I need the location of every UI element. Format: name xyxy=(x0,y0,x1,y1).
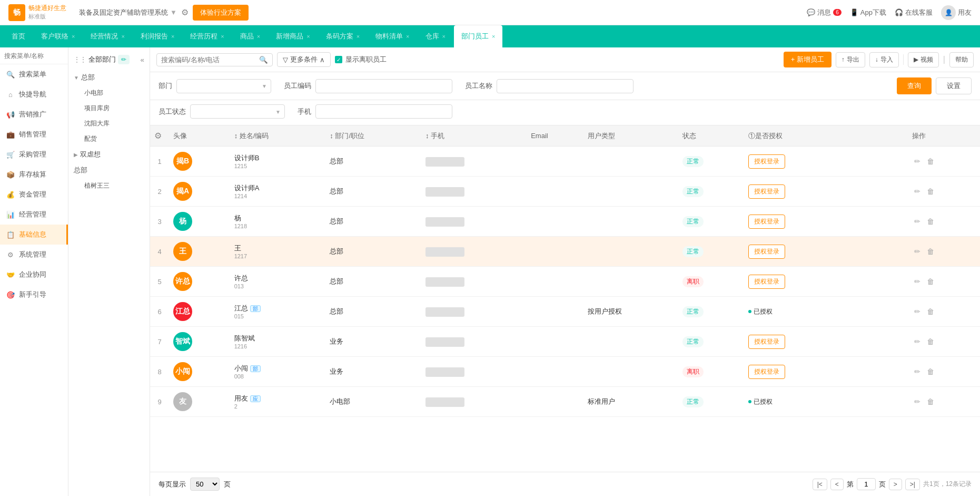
sidebar-item-搜索菜单[interactable]: 🔍搜索菜单 xyxy=(0,64,68,84)
search-input[interactable] xyxy=(161,56,256,64)
delete-btn[interactable]: 🗑 xyxy=(925,336,936,347)
col-settings[interactable]: ⚙ xyxy=(150,125,169,147)
dept-item-植树王三[interactable]: 植树王三 xyxy=(79,178,150,193)
delete-btn[interactable]: 🗑 xyxy=(925,366,936,377)
export-button[interactable]: ↑ 导出 xyxy=(836,52,865,67)
filter-phone-input[interactable] xyxy=(315,104,452,119)
close-tab-部门员工[interactable]: × xyxy=(492,33,495,40)
message-btn[interactable]: 💬 消息 6 xyxy=(807,8,842,17)
sidebar-search-wrap[interactable]: 🔍 xyxy=(0,47,68,64)
delete-btn[interactable]: 🗑 xyxy=(925,306,936,317)
close-tab-利润报告[interactable]: × xyxy=(171,33,174,40)
nav-tab-物料清单[interactable]: 物料清单× xyxy=(368,25,417,47)
auth-btn[interactable]: 授权登录 xyxy=(748,184,785,199)
online-service-btn[interactable]: 🎧 在线客服 xyxy=(895,8,933,17)
col-name[interactable]: ↕ 姓名/编码 xyxy=(230,125,326,147)
dept-item-双虐想[interactable]: ▶ 双虐想 xyxy=(68,147,150,162)
col-dept[interactable]: ↕ 部门/职位 xyxy=(325,125,421,147)
edit-btn[interactable]: ✏ xyxy=(912,186,923,197)
nav-tab-条码方案[interactable]: 条码方案× xyxy=(319,25,367,47)
edit-btn[interactable]: ✏ xyxy=(912,246,923,257)
next-page-btn[interactable]: > xyxy=(889,479,902,490)
edit-btn[interactable]: ✏ xyxy=(912,216,923,227)
edit-btn[interactable]: ✏ xyxy=(912,366,923,377)
close-tab-客户联络[interactable]: × xyxy=(72,33,75,40)
close-tab-物料清单[interactable]: × xyxy=(406,33,409,40)
edit-btn[interactable]: ✏ xyxy=(912,396,923,407)
edit-btn[interactable]: ✏ xyxy=(912,306,923,317)
auth-btn[interactable]: 授权登录 xyxy=(748,154,785,169)
sidebar-item-快捷导航[interactable]: ⌂快捷导航 xyxy=(0,84,68,104)
show-resigned-toggle[interactable]: ✓ 显示离职员工 xyxy=(335,55,387,64)
dept-item-总部[interactable]: ▼ 总部 xyxy=(68,70,150,85)
search-button[interactable]: 🔍 xyxy=(259,56,268,64)
help-button[interactable]: 帮助 xyxy=(949,52,974,67)
dept-item-总部2[interactable]: 总部 xyxy=(68,162,150,178)
page-input[interactable] xyxy=(857,478,876,490)
per-page-select[interactable]: 50 20 100 xyxy=(190,478,220,491)
auth-btn[interactable]: 授权登录 xyxy=(748,365,785,379)
close-tab-新增商品[interactable]: × xyxy=(306,33,310,40)
close-tab-条码方案[interactable]: × xyxy=(357,33,360,40)
dept-collapse-btn[interactable]: « xyxy=(141,56,144,64)
dept-edit-btn[interactable]: ✏ xyxy=(118,55,130,64)
sidebar-item-企业协同[interactable]: 🤝企业协同 xyxy=(0,265,68,285)
delete-btn[interactable]: 🗑 xyxy=(925,276,936,287)
close-tab-商品[interactable]: × xyxy=(257,33,260,40)
nav-tab-经营历程[interactable]: 经营历程× xyxy=(183,25,231,47)
status-select[interactable] xyxy=(190,104,285,119)
close-tab-经营情况[interactable]: × xyxy=(121,33,124,40)
app-download-btn[interactable]: 📱 App下载 xyxy=(850,8,886,17)
sidebar-item-资金管理[interactable]: 💰资金管理 xyxy=(0,184,68,205)
dept-item-小电部[interactable]: 小电部 xyxy=(79,85,150,101)
filter-empcode-input[interactable] xyxy=(315,79,452,93)
nav-tab-首页[interactable]: 首页 xyxy=(4,25,33,47)
nav-tab-新增商品[interactable]: 新增商品× xyxy=(269,25,317,47)
nav-tab-仓库[interactable]: 仓库× xyxy=(418,25,453,47)
sidebar-item-销售管理[interactable]: 💼销售管理 xyxy=(0,124,68,144)
show-resigned-checkbox[interactable]: ✓ xyxy=(335,56,342,63)
close-tab-经营历程[interactable]: × xyxy=(221,33,224,40)
prev-page-btn[interactable]: < xyxy=(830,479,844,490)
delete-btn[interactable]: 🗑 xyxy=(925,216,936,227)
sidebar-item-系统管理[interactable]: ⚙系统管理 xyxy=(0,245,68,265)
trial-button[interactable]: 体验行业方案 xyxy=(193,5,249,21)
search-wrap[interactable]: 🔍 xyxy=(156,53,273,66)
last-page-btn[interactable]: >| xyxy=(905,479,920,490)
edit-btn[interactable]: ✏ xyxy=(912,156,923,167)
nav-tab-利润报告[interactable]: 利润报告× xyxy=(133,25,182,47)
dept-item-沈阳大库[interactable]: 沈阳大库 xyxy=(79,116,150,131)
sidebar-item-库存核算[interactable]: 📦库存核算 xyxy=(0,164,68,184)
delete-btn[interactable]: 🗑 xyxy=(925,396,936,407)
auth-btn[interactable]: 授权登录 xyxy=(748,275,785,289)
delete-btn[interactable]: 🗑 xyxy=(925,156,936,167)
first-page-btn[interactable]: |< xyxy=(813,479,827,490)
sidebar-item-营销推广[interactable]: 📢营销推广 xyxy=(0,104,68,124)
nav-tab-客户联络[interactable]: 客户联络× xyxy=(34,25,82,47)
nav-tab-部门员工[interactable]: 部门员工× xyxy=(454,25,502,47)
sidebar-item-经营管理[interactable]: 📊经营管理 xyxy=(0,205,68,225)
auth-btn[interactable]: 授权登录 xyxy=(748,335,785,349)
query-button[interactable]: 查询 xyxy=(897,77,932,94)
sidebar-search-input[interactable] xyxy=(4,52,68,60)
more-filter-btn[interactable]: ▽ 更多条件 ∧ xyxy=(277,52,331,67)
auth-btn[interactable]: 授权登录 xyxy=(748,215,785,229)
user-menu[interactable]: 👤 用友 xyxy=(941,5,972,20)
import-button[interactable]: ↓ 导入 xyxy=(869,52,899,67)
sidebar-item-基础信息[interactable]: 📋基础信息 xyxy=(0,225,68,245)
sidebar-item-新手引导[interactable]: 🎯新手引导 xyxy=(0,285,68,305)
reset-button[interactable]: 设置 xyxy=(936,77,972,94)
auth-btn[interactable]: 授权登录 xyxy=(748,245,785,259)
nav-tab-商品[interactable]: 商品× xyxy=(233,25,268,47)
gear-button[interactable]: ⚙ xyxy=(181,7,189,17)
edit-btn[interactable]: ✏ xyxy=(912,336,923,347)
col-phone[interactable]: ↕ 手机 xyxy=(421,125,527,147)
delete-btn[interactable]: 🗑 xyxy=(925,246,936,257)
video-button[interactable]: ▶ 视频 xyxy=(908,52,939,67)
dept-item-配货[interactable]: 配货 xyxy=(79,131,150,147)
sidebar-item-采购管理[interactable]: 🛒采购管理 xyxy=(0,144,68,164)
edit-btn[interactable]: ✏ xyxy=(912,276,923,287)
nav-tab-经营情况[interactable]: 经营情况× xyxy=(83,25,132,47)
filter-empname-input[interactable] xyxy=(497,79,633,93)
add-employee-button[interactable]: + 新增员工 xyxy=(784,52,831,67)
